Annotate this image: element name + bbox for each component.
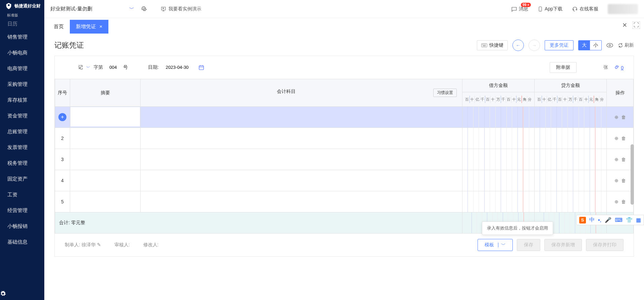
date-input[interactable] [162, 65, 192, 70]
subject-cell[interactable] [141, 149, 462, 170]
subject-cell[interactable] [141, 191, 462, 212]
summary-cell[interactable] [70, 128, 141, 149]
size-big-button[interactable]: 大 [579, 41, 590, 50]
delete-row-icon[interactable]: 🗑 [621, 136, 626, 141]
sidebar-item-basic[interactable]: 基础信息 [0, 234, 44, 250]
copy-row-icon[interactable]: ⊕ [614, 178, 618, 183]
delete-row-icon[interactable]: 🗑 [621, 114, 626, 120]
scrollbar-thumb[interactable] [631, 144, 634, 205]
copy-row-icon[interactable]: ⊕ [614, 157, 618, 162]
table-row[interactable]: +⊕🗑 [55, 107, 634, 128]
copy-row-icon[interactable]: ⊕ [614, 114, 618, 120]
size-small-button[interactable]: 小 [590, 41, 601, 50]
ime-mic-icon[interactable]: 🎤 [605, 217, 611, 223]
summary-cell[interactable] [70, 149, 141, 170]
subject-cell[interactable] [141, 128, 462, 149]
svg-rect-2 [482, 44, 487, 47]
template-button[interactable]: 模板 ﹀ [478, 239, 513, 251]
ime-punct-icon[interactable]: •, [598, 217, 601, 223]
credit-cell[interactable] [535, 191, 607, 212]
sidebar-item-invoice[interactable]: 发票管理 [0, 140, 44, 155]
sidebar-item-purchase[interactable]: 采购管理 [0, 77, 44, 92]
credit-cell[interactable] [535, 128, 607, 149]
summary-cell[interactable] [70, 170, 141, 191]
ime-toolbar[interactable]: S 中 •, 🎤 ⌨ 👕 ▦ [576, 215, 644, 225]
sidebar-item-fund[interactable]: 资金管理 [0, 108, 44, 124]
sidebar-settings[interactable] [0, 291, 44, 297]
app-download-button[interactable]: App下载 [538, 6, 562, 12]
svg-rect-4 [483, 44, 484, 45]
save-print-button: 保存并打印 [586, 239, 624, 251]
debit-cell[interactable] [462, 170, 535, 191]
summary-cell[interactable] [70, 107, 141, 128]
modifier-info: 修改人: [143, 242, 159, 248]
sidebar-item-cut[interactable]: 日历 [0, 21, 44, 29]
close-all-tabs[interactable]: ✕ [622, 21, 627, 29]
subject-cell[interactable] [141, 107, 462, 128]
table-row[interactable]: 2⊕🗑 [55, 128, 634, 149]
debit-cell[interactable] [462, 128, 535, 149]
ime-skin-icon[interactable]: 👕 [626, 217, 633, 223]
delete-row-icon[interactable]: 🗑 [621, 157, 626, 162]
sidebar-item-salary[interactable]: 工资 [0, 187, 44, 203]
sidebar-item-sales[interactable]: 销售管理 [0, 29, 44, 45]
habit-settings-button[interactable]: 习惯设置 [433, 89, 457, 97]
summary-cell[interactable] [70, 191, 141, 212]
sidebar-item-ecom-mgmt[interactable]: 电商管理 [0, 61, 44, 77]
shortcut-button[interactable]: 快捷键 [477, 40, 508, 50]
credit-cell[interactable] [535, 149, 607, 170]
prev-voucher-button[interactable]: ← [512, 40, 524, 51]
total-label: 合计: [59, 220, 70, 225]
delete-row-icon[interactable]: 🗑 [621, 199, 626, 204]
org-selector[interactable]: 好业财测试-量勿删 ﹀ [50, 6, 134, 12]
add-row-button[interactable]: + [58, 113, 66, 121]
close-icon[interactable]: × [99, 23, 102, 29]
attach-button[interactable]: 附单据 [550, 62, 577, 73]
refresh-button[interactable]: 刷新 [618, 42, 634, 48]
voucher-prefix[interactable]: 记 [78, 64, 83, 70]
ime-grid-icon[interactable]: ▦ [636, 217, 641, 223]
preview-button[interactable] [606, 43, 613, 48]
tab-new-voucher[interactable]: 新增凭证 × [70, 20, 108, 34]
debit-cell[interactable] [462, 107, 535, 128]
table-row[interactable]: 3⊕🗑 [55, 149, 634, 170]
credit-cell[interactable] [535, 107, 607, 128]
sidebar-item-biz[interactable]: 经营管理 [0, 203, 44, 218]
calendar-icon[interactable] [198, 64, 204, 70]
customer-service-button[interactable]: 在线客服 [572, 6, 598, 12]
number-suffix: 号 [123, 64, 128, 70]
sidebar-item-ecom-xc[interactable]: 小畅电商 [0, 45, 44, 61]
brand-icon [5, 2, 12, 10]
messages-button[interactable]: 消息 99 + [511, 6, 528, 12]
fullscreen-icon[interactable]: ⛶ [633, 21, 640, 29]
table-row[interactable]: 4⊕🗑 [55, 170, 634, 191]
ime-keyboard-icon[interactable]: ⌨ [615, 217, 623, 223]
sidebar-item-tax[interactable]: 税务管理 [0, 155, 44, 171]
sidebar-item-asset[interactable]: 固定资产 [0, 171, 44, 187]
credit-cell[interactable] [535, 170, 607, 191]
delete-row-icon[interactable]: 🗑 [621, 178, 626, 183]
subject-cell[interactable] [141, 170, 462, 191]
ime-lang[interactable]: 中 [589, 216, 595, 223]
tab-home[interactable]: 首页 [48, 20, 70, 34]
chevron-down-icon[interactable]: ﹀ [86, 65, 90, 70]
sidebar-item-expense[interactable]: 小畅报销 [0, 218, 44, 234]
settings-icon[interactable] [141, 6, 147, 12]
sidebar-item-inventory[interactable]: 库存核算 [0, 92, 44, 108]
debit-cell[interactable] [462, 191, 535, 212]
avatar[interactable] [608, 4, 638, 14]
copy-row-icon[interactable]: ⊕ [614, 199, 618, 204]
sidebar-item-gl[interactable]: 总账管理 [0, 124, 44, 140]
edit-icon[interactable]: ✎ [97, 242, 101, 247]
ime-sogou-icon: S [579, 217, 586, 223]
copy-row-icon[interactable]: ⊕ [614, 136, 618, 141]
demo-link[interactable]: 我要看实例演示 [160, 6, 201, 12]
debit-cell[interactable] [462, 149, 535, 170]
table-row[interactable]: 5⊕🗑 [55, 191, 634, 212]
more-vouchers-button[interactable]: 更多凭证 [545, 40, 574, 50]
summary-input[interactable] [70, 107, 140, 127]
voucher-number-input[interactable] [106, 65, 120, 70]
seq-cell: 5 [55, 191, 70, 212]
attachment-count[interactable]: 0 [615, 65, 624, 70]
next-voucher-button[interactable]: → [529, 40, 540, 51]
